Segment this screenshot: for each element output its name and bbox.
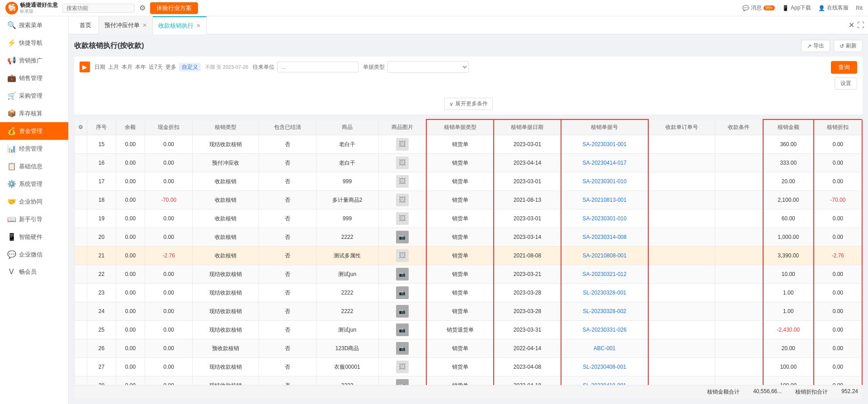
tab-prepay[interactable]: 预付冲应付单 ✕ — [99, 16, 153, 34]
th-goods-img: 商品图片 — [378, 119, 426, 135]
date-7days[interactable]: 近7天 — [149, 63, 163, 71]
table-scroll[interactable]: ⚙ 序号 余额 现金折扣 核销类型 包含已结清 商品 商品图片 核销单据类型 核… — [74, 119, 863, 385]
date-more[interactable]: 更多 — [165, 63, 176, 71]
td-cash-discount: -70.00 — [145, 191, 192, 209]
industry-btn[interactable]: 休验行业方案 — [150, 2, 198, 14]
expand-more-btn[interactable]: ∨ 展开更多条件 — [444, 98, 493, 110]
message-btn[interactable]: 💬 消息 99+ — [742, 4, 775, 12]
user-btn[interactable]: Rit — [856, 5, 863, 11]
tab-writeoff-close[interactable]: ✕ — [196, 23, 201, 29]
td-goods: 123D商品 — [316, 339, 378, 358]
sidebar-item-system[interactable]: ⚙️ 系统管理 — [0, 175, 68, 193]
date-custom[interactable]: 自定义 — [179, 63, 201, 71]
date-this-month[interactable]: 本月 — [122, 63, 132, 71]
main-table: ⚙ 序号 余额 现金折扣 核销类型 包含已结清 商品 商品图片 核销单据类型 核… — [74, 119, 863, 385]
bill-no-link[interactable]: SA-20210808-001 — [582, 252, 626, 259]
sidebar-item-hardware[interactable]: 📱 智能硬件 — [0, 228, 68, 246]
td-receipt-order — [648, 154, 715, 172]
tab-maximize-btn[interactable]: ⛶ — [857, 21, 864, 29]
service-btn[interactable]: 👤 在线客服 — [818, 4, 849, 12]
sidebar-item-basic[interactable]: 📋 基础信息 — [0, 157, 68, 175]
date-filter: 日期 上月 本月 本年 近7天 更多 自定义 — [94, 63, 201, 71]
partner-input[interactable] — [277, 62, 359, 72]
brand: 畅 畅捷通谱好生意 标准版 — [5, 2, 58, 14]
bill-no-link[interactable]: SA-20230331-026 — [582, 327, 626, 333]
td-bill-no: SA-20230314-008 — [561, 228, 648, 247]
sidebar-item-inventory[interactable]: 📦 库存核算 — [0, 105, 68, 122]
sidebar-item-management[interactable]: 📊 经营管理 — [0, 140, 68, 157]
td-balance: 0.00 — [116, 339, 145, 358]
td-writeoff-type: 现结收款核销 — [193, 265, 259, 284]
sidebar-item-wechat[interactable]: 💬 企业微信 — [0, 246, 68, 263]
td-bill-type: 销货单 — [426, 358, 494, 376]
tab-close-btn[interactable]: ✕ — [849, 21, 854, 29]
bill-no-link[interactable]: SL-20230408-001 — [583, 364, 626, 370]
td-goods-img: 📷 — [378, 265, 426, 284]
td-bill-type: 销货单 — [426, 191, 494, 209]
bill-no-link[interactable]: SL-20230328-002 — [583, 308, 626, 314]
bill-no-link[interactable]: SA-20230414-017 — [582, 160, 626, 166]
sidebar-item-purchase[interactable]: 🛒 采购管理 — [0, 87, 68, 105]
sidebar-item-guide[interactable]: 📖 新手引导 — [0, 210, 68, 228]
export-btn[interactable]: ↗ 导出 — [801, 40, 830, 52]
chevron-down-icon: ∨ — [449, 101, 453, 107]
search-input[interactable] — [62, 4, 135, 13]
td-writeoff-type: 预付冲应收 — [193, 154, 259, 172]
td-settled: 否 — [259, 247, 316, 265]
service-label: 在线客服 — [827, 4, 849, 12]
tab-prepay-close[interactable]: ✕ — [142, 22, 147, 29]
td-writeoff-amount: 360.00 — [763, 135, 814, 154]
collab-icon: 🤝 — [7, 197, 15, 206]
setting-btn[interactable]: 设置 — [835, 77, 857, 90]
bill-no-link[interactable]: SL-20230328-001 — [583, 290, 626, 296]
refresh-btn[interactable]: ↺ 刷新 — [834, 40, 863, 52]
td-settings — [75, 191, 87, 209]
td-settled: 否 — [259, 172, 316, 191]
sidebar-item-finance[interactable]: 💰 资金管理 — [0, 122, 68, 140]
sidebar-item-search[interactable]: 🔍 搜索菜单 — [0, 16, 68, 34]
sidebar-item-shortcut[interactable]: ⚡ 快捷导航 — [0, 34, 68, 52]
tab-writeoff[interactable]: 收款核销执行 ✕ — [153, 16, 207, 34]
bill-no-link[interactable]: SA-20230301-010 — [582, 215, 626, 222]
td-goods-img: 📷 — [378, 284, 426, 302]
bill-no-link[interactable]: SA-20230301-001 — [582, 141, 626, 147]
td-writeoff-discount: 0.00 — [814, 209, 862, 228]
td-cash-discount: 0.00 — [145, 172, 192, 191]
tab-writeoff-label: 收款核销执行 — [158, 22, 193, 30]
td-writeoff-discount: 0.00 — [814, 265, 862, 284]
sidebar-item-marketing[interactable]: 📢 营销推广 — [0, 52, 68, 69]
bill-no-link[interactable]: SA-20230301-010 — [582, 178, 626, 185]
td-bill-type: 销货单 — [426, 339, 494, 358]
date-range-display: 不限 至 2023-07-26 — [205, 63, 248, 71]
td-bill-date: 2023-03-28 — [494, 302, 561, 321]
bill-no-link[interactable]: ABC-001 — [594, 345, 616, 352]
sidebar-item-member[interactable]: V 畅会员 — [0, 263, 68, 280]
date-this-year[interactable]: 本年 — [135, 63, 146, 71]
th-cash-discount: 现金折扣 — [145, 119, 192, 135]
td-balance: 0.00 — [116, 228, 145, 247]
search-icon: 🔍 — [7, 21, 15, 29]
bill-type-select[interactable] — [387, 61, 469, 73]
bill-no-link[interactable]: SA-20210813-001 — [582, 197, 626, 203]
gear-icon[interactable]: ⚙ — [139, 4, 146, 12]
tab-prepay-label: 预付冲应付单 — [104, 21, 140, 29]
td-bill-type: 销货单 — [426, 302, 494, 321]
tab-home[interactable]: 首页 — [72, 16, 99, 34]
date-last-month[interactable]: 上月 — [108, 63, 119, 71]
query-btn[interactable]: 查询 — [831, 61, 857, 74]
td-goods-img: 📷 — [378, 321, 426, 339]
td-seq: 21 — [87, 247, 116, 265]
page-header: 收款核销执行(按收款) ↗ 导出 ↺ 刷新 — [74, 40, 863, 52]
bill-no-link[interactable]: SA-20230321-012 — [582, 271, 626, 277]
filter-toggle-btn[interactable]: ▶ — [80, 62, 90, 72]
sidebar-item-collab[interactable]: 🤝 企业协同 — [0, 193, 68, 210]
td-goods-img: 🖼 — [378, 172, 426, 191]
sales-icon: 💼 — [7, 74, 15, 82]
td-bill-type: 销货单 — [426, 209, 494, 228]
sidebar-item-sales[interactable]: 💼 销售管理 — [0, 69, 68, 87]
footer-discount-value: 952.24 — [841, 388, 858, 396]
bill-no-link[interactable]: SA-20230314-008 — [582, 234, 626, 240]
td-bill-date: 2023-03-21 — [494, 265, 561, 284]
td-seq: 18 — [87, 191, 116, 209]
app-download-btn[interactable]: 📱 App下载 — [782, 4, 811, 12]
